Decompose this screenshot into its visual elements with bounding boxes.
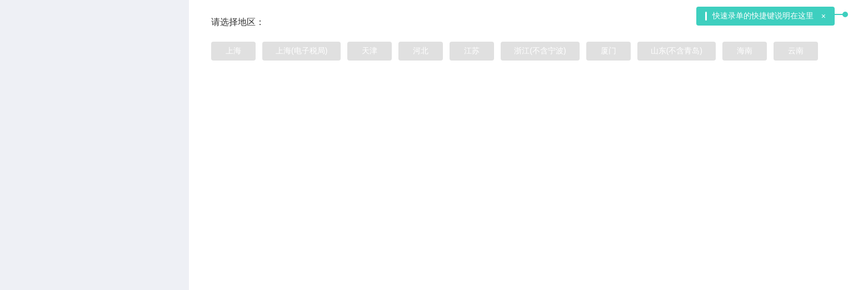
sidebar: [0, 0, 189, 290]
region-button-hainan[interactable]: 海南: [722, 42, 767, 61]
main-content: 请选择地区： 上海上海(电子税局)天津河北江苏浙江(不含宁波)厦门山东(不含青岛…: [189, 0, 868, 290]
region-buttons: 上海上海(电子税局)天津河北江苏浙江(不含宁波)厦门山东(不含青岛)海南云南: [211, 42, 846, 61]
region-button-zhejiang[interactable]: 浙江(不含宁波): [501, 42, 579, 61]
region-button-xiamen[interactable]: 厦门: [586, 42, 631, 61]
tooltip-text: 快速录单的快捷键说明在这里: [712, 11, 814, 21]
region-button-tianjin[interactable]: 天津: [347, 42, 392, 61]
region-button-hebei[interactable]: 河北: [398, 42, 443, 61]
region-button-jiangsu[interactable]: 江苏: [450, 42, 494, 61]
region-button-shanghai-etax[interactable]: 上海(电子税局): [262, 42, 341, 61]
tooltip-dot: [842, 12, 848, 17]
region-button-shandong[interactable]: 山东(不含青岛): [637, 42, 716, 61]
tooltip-close-button[interactable]: ×: [821, 12, 826, 21]
region-button-yunnan[interactable]: 云南: [774, 42, 818, 61]
region-button-shanghai[interactable]: 上海: [211, 42, 256, 61]
tooltip-banner: 快速录单的快捷键说明在这里 ×: [696, 7, 835, 26]
